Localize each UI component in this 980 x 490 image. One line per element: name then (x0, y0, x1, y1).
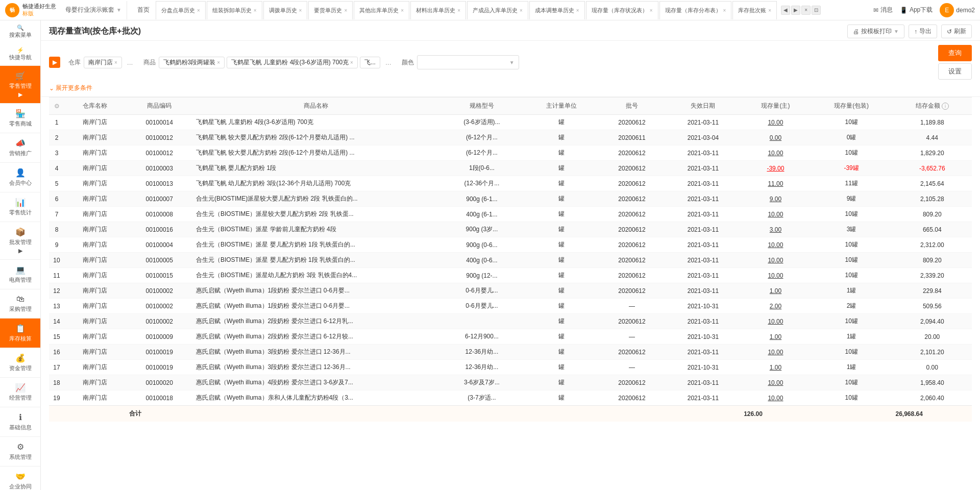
balance-info-icon[interactable]: i (942, 103, 949, 110)
sidebar-item-system[interactable]: ⚙ 系统管理 (0, 437, 40, 467)
sidebar-item-inventory[interactable]: 📋 库存核算 (0, 318, 40, 348)
tab-close-2[interactable]: × (299, 8, 302, 13)
tab-close-9[interactable]: × (723, 8, 726, 13)
sidebar-item-basic-info[interactable]: ℹ 基础信息 (0, 407, 40, 437)
stock-main-value-11[interactable]: 1.00 (770, 287, 781, 295)
expand-btn[interactable]: ▶ (49, 57, 60, 68)
sidebar-item-mall[interactable]: 🏪 零售商城 (0, 104, 40, 133)
account-dropdown[interactable]: 母婴行业演示账套 ▼ (60, 1, 127, 19)
sidebar-search[interactable]: 🔍 搜索菜单 (0, 20, 40, 43)
stock-main-value-15[interactable]: 10.00 (768, 349, 783, 356)
tab-4[interactable]: 其他出库单历史 × (354, 1, 409, 19)
cell-stock-main-9[interactable]: 10.00 (741, 253, 811, 268)
stock-main-value-0[interactable]: 10.00 (768, 119, 783, 126)
cell-stock-main-10[interactable]: 10.00 (741, 268, 811, 283)
cell-stock-main-4[interactable]: 11.00 (741, 176, 811, 191)
goods-tag-1[interactable]: 飞鹤星飞帆 儿童奶粉 4段(3-6岁适用) 700克 × (227, 57, 358, 68)
tab-3[interactable]: 要货单历史 × (308, 1, 353, 19)
cell-stock-main-7[interactable]: 3.00 (741, 222, 811, 237)
export-btn[interactable]: ↑ 导出 (909, 24, 937, 38)
cell-stock-main-12[interactable]: 2.00 (741, 299, 811, 314)
stock-main-value-12[interactable]: 2.00 (770, 303, 781, 310)
setting-btn[interactable]: 设置 (938, 63, 972, 80)
sidebar-item-marketing[interactable]: 📣 营销推广 (0, 133, 40, 163)
cell-stock-main-0[interactable]: 10.00 (741, 115, 811, 130)
stock-main-value-14[interactable]: 1.00 (770, 333, 781, 340)
color-select[interactable]: ▼ (417, 55, 519, 69)
cell-stock-main-1[interactable]: 0.00 (741, 130, 811, 145)
sidebar-item-collab[interactable]: 🤝 企业协同 (0, 467, 40, 490)
query-btn[interactable]: 查询 (938, 45, 972, 61)
warehouse-tag[interactable]: 南岸门店 × (84, 57, 122, 68)
stock-main-value-13[interactable]: 10.00 (768, 318, 783, 325)
sidebar-item-retail-stats[interactable]: 📊 零售统计 (0, 192, 40, 222)
stock-main-value-1[interactable]: 0.00 (770, 134, 781, 141)
tab-close-8[interactable]: × (650, 8, 653, 13)
cell-stock-main-6[interactable]: 10.00 (741, 207, 811, 222)
tab-close-6[interactable]: × (520, 8, 523, 13)
col-settings[interactable]: ⚙ (49, 97, 64, 115)
stock-main-value-2[interactable]: 10.00 (768, 150, 783, 157)
tab-10[interactable]: 库存批次账 × (732, 1, 777, 19)
tab-5[interactable]: 材料出库单历史 × (410, 1, 466, 19)
tab-6[interactable]: 产成品入库单历史 × (467, 1, 528, 19)
sidebar-item-wholesale[interactable]: 📦 批发管理 ▶ (0, 222, 40, 260)
tab-1[interactable]: 组装拆卸单历史 × (207, 1, 262, 19)
sidebar-item-members[interactable]: 👤 会员中心 (0, 163, 40, 192)
tab-close-all[interactable]: × (801, 6, 811, 15)
tab-close-7[interactable]: × (576, 8, 579, 13)
tab-expand[interactable]: ⊡ (812, 6, 821, 15)
stock-main-value-8[interactable]: 10.00 (768, 241, 783, 249)
cell-stock-main-18[interactable]: 10.00 (741, 390, 811, 406)
user-area[interactable]: E demo2 (940, 3, 975, 17)
tab-close-10[interactable]: × (768, 8, 771, 13)
warehouse-tag-close[interactable]: × (114, 60, 117, 65)
tab-prev-arrow[interactable]: ◀ (781, 6, 790, 15)
tab-close-3[interactable]: × (344, 8, 347, 13)
stock-main-value-5[interactable]: 9.00 (770, 195, 781, 203)
cell-stock-main-5[interactable]: 9.00 (741, 191, 811, 207)
cell-stock-main-13[interactable]: 10.00 (741, 314, 811, 329)
goods-more-btn[interactable]: ... (383, 58, 394, 66)
stock-main-value-3[interactable]: -39.00 (767, 165, 784, 172)
tab-8[interactable]: 现存量（库存状况表） × (586, 1, 658, 19)
tab-9[interactable]: 现存量（库存分布表） × (659, 1, 732, 19)
cell-stock-main-11[interactable]: 1.00 (741, 283, 811, 299)
cell-stock-main-15[interactable]: 10.00 (741, 345, 811, 360)
goods-tag-close-1[interactable]: × (350, 60, 353, 65)
tab-7[interactable]: 成本调整单历史 × (529, 1, 585, 19)
warehouse-more-btn[interactable]: ... (125, 58, 135, 66)
sidebar-item-retail[interactable]: 🛒 零售管理 ▶ (0, 66, 40, 104)
goods-tag-0[interactable]: 飞鹤奶粉3段两罐装 × (159, 57, 225, 68)
stock-main-value-4[interactable]: 11.00 (768, 180, 783, 187)
tab-0[interactable]: 分盘点单历史 × (156, 1, 206, 19)
cell-stock-main-16[interactable]: 1.00 (741, 360, 811, 375)
sidebar-item-finance[interactable]: 💰 资金管理 (0, 348, 40, 378)
cell-stock-main-17[interactable]: 10.00 (741, 375, 811, 390)
cell-stock-main-8[interactable]: 10.00 (741, 237, 811, 253)
col-settings-icon[interactable]: ⚙ (53, 102, 61, 110)
print-btn[interactable]: 🖨 按模板打印 ▼ (847, 24, 904, 38)
cell-stock-main-2[interactable]: 10.00 (741, 145, 811, 161)
cell-stock-main-3[interactable]: -39.00 (741, 161, 811, 176)
tab-home[interactable]: 首页 (131, 1, 156, 19)
goods-tag-more[interactable]: 飞... (360, 57, 380, 68)
tab-next-arrow[interactable]: ▶ (791, 6, 800, 15)
tab-close-1[interactable]: × (254, 8, 257, 13)
stock-main-value-17[interactable]: 10.00 (768, 379, 783, 386)
stock-main-value-18[interactable]: 10.00 (768, 395, 783, 402)
tab-close-4[interactable]: × (401, 8, 404, 13)
sidebar-item-purchase[interactable]: 🛍 采购管理 (0, 289, 40, 318)
messages-btn[interactable]: ✉ 消息 (873, 6, 893, 14)
goods-tag-close-0[interactable]: × (217, 60, 220, 65)
stock-main-value-6[interactable]: 10.00 (768, 211, 783, 218)
sidebar-item-ecommerce[interactable]: 💻 电商管理 (0, 260, 40, 289)
cell-stock-main-14[interactable]: 1.00 (741, 329, 811, 345)
stock-main-value-16[interactable]: 1.00 (770, 364, 781, 371)
stock-main-value-7[interactable]: 3.00 (770, 226, 781, 233)
tab-close-5[interactable]: × (457, 8, 460, 13)
refresh-btn[interactable]: ↺ 刷新 (941, 24, 972, 38)
app-download-btn[interactable]: 📱 App下载 (900, 6, 933, 14)
expand-more-btn[interactable]: ⌄ 展开更多条件 (49, 84, 972, 92)
sidebar-item-operations[interactable]: 📈 经营管理 (0, 378, 40, 407)
